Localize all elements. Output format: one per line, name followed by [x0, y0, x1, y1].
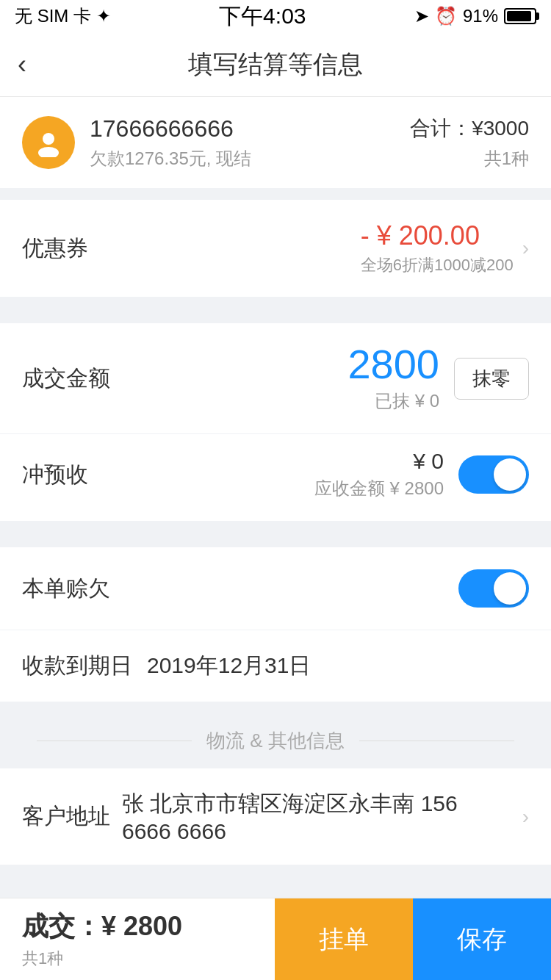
customer-right: 合计：¥3000 共1种 — [410, 115, 529, 170]
prepay-right: ¥ 0 应收金额 ¥ 2800 — [314, 449, 529, 500]
location-icon: ➤ — [414, 6, 429, 26]
nav-bar: ‹ 填写结算等信息 — [0, 32, 551, 97]
coupon-label: 优惠券 — [22, 234, 88, 264]
logistics-title: 物流 & 其他信息 — [206, 728, 345, 754]
coupon-block: - ¥ 200.00 全场6折满1000减200 — [361, 220, 514, 276]
logistics-line-right — [359, 741, 514, 741]
due-row: 收款到期日 2019年12月31日 — [0, 630, 551, 702]
customer-row: 17666666666 欠款1276.35元, 现结 合计：¥3000 共1种 — [0, 97, 551, 188]
hang-button[interactable]: 挂单 — [275, 898, 413, 981]
content: 17666666666 欠款1276.35元, 现结 合计：¥3000 共1种 … — [0, 97, 551, 980]
svg-point-1 — [38, 147, 59, 157]
logistics-header: 物流 & 其他信息 — [0, 713, 551, 768]
address-label: 客户地址 — [22, 801, 110, 832]
customer-total: 合计：¥3000 — [410, 115, 529, 143]
debt-toggle-knob — [494, 572, 526, 605]
prepay-value-block: ¥ 0 应收金额 ¥ 2800 — [314, 449, 444, 500]
customer-count: 共1种 — [410, 147, 529, 170]
debt-toggle[interactable] — [458, 569, 529, 608]
battery-icon — [504, 8, 536, 24]
bottom-summary: 成交：¥ 2800 共1种 — [0, 909, 275, 970]
bottom-deal-amount: ¥ 2800 — [101, 911, 182, 941]
status-bar: 无 SIM 卡 ✦ 下午4:03 ➤ ⏰ 91% — [0, 0, 551, 32]
prepay-row: 冲预收 ¥ 0 应收金额 ¥ 2800 — [0, 433, 551, 521]
info-section: 本单赊欠 收款到期日 2019年12月31日 — [0, 547, 551, 702]
debt-row: 本单赊欠 — [0, 547, 551, 630]
bottom-deal-label: 成交： — [22, 911, 101, 941]
status-time: 下午4:03 — [219, 1, 306, 32]
prepay-toggle[interactable] — [458, 455, 529, 494]
save-button[interactable]: 保存 — [413, 898, 551, 981]
svg-point-0 — [43, 133, 54, 145]
alarm-icon: ⏰ — [435, 6, 457, 26]
sim-label: 无 SIM 卡 ✦ — [15, 4, 111, 28]
prepay-label: 冲预收 — [22, 460, 88, 490]
battery-percent: 91% — [463, 6, 498, 26]
bottom-bar: 成交：¥ 2800 共1种 挂单 保存 — [0, 898, 551, 980]
bottom-deal: 成交：¥ 2800 — [22, 909, 253, 945]
page-title: 填写结算等信息 — [188, 48, 363, 82]
address-value: 张 北京市市辖区海淀区永丰南 156 6666 6666 — [122, 789, 511, 844]
address-chevron-icon: › — [522, 805, 529, 829]
toggle-knob — [494, 458, 526, 491]
amount-label: 成交金额 — [22, 364, 110, 394]
amount-value: 2800 — [347, 344, 439, 385]
coupon-row[interactable]: 优惠券 - ¥ 200.00 全场6折满1000减200 › — [0, 200, 551, 297]
coupon-desc: 全场6折满1000减200 — [361, 254, 514, 276]
coupon-right: - ¥ 200.00 全场6折满1000减200 › — [361, 220, 529, 276]
address-section[interactable]: 客户地址 张 北京市市辖区海淀区永丰南 156 6666 6666 › — [0, 768, 551, 865]
back-button[interactable]: ‹ — [18, 49, 26, 80]
prepay-amount: ¥ 0 — [314, 449, 444, 474]
divider2 — [0, 521, 551, 536]
debt-label: 本单赊欠 — [22, 574, 110, 604]
customer-phone: 17666666666 — [90, 115, 251, 143]
due-label: 收款到期日 — [22, 651, 132, 681]
amount-block: 2800 已抹 ¥ 0 — [347, 344, 439, 413]
round-button[interactable]: 抹零 — [454, 358, 529, 400]
prepay-receivable: 应收金额 ¥ 2800 — [314, 477, 444, 500]
customer-left: 17666666666 欠款1276.35元, 现结 — [22, 115, 251, 170]
amount-section: 成交金额 2800 已抹 ¥ 0 抹零 冲预收 ¥ 0 应收金额 ¥ 2800 — [0, 323, 551, 521]
status-right: ➤ ⏰ 91% — [414, 6, 536, 26]
address-row: 客户地址 张 北京市市辖区海淀区永丰南 156 6666 6666 › — [0, 768, 551, 865]
status-left: 无 SIM 卡 ✦ — [15, 4, 111, 28]
amount-erased: 已抹 ¥ 0 — [347, 389, 439, 413]
logistics-line-left — [37, 741, 192, 741]
amount-right: 2800 已抹 ¥ 0 抹零 — [347, 344, 529, 413]
customer-debt: 欠款1276.35元, 现结 — [90, 147, 251, 170]
customer-info: 17666666666 欠款1276.35元, 现结 — [90, 115, 251, 170]
divider — [0, 309, 551, 323]
avatar — [22, 116, 75, 169]
amount-row: 成交金额 2800 已抹 ¥ 0 抹零 — [0, 323, 551, 433]
due-date: 2019年12月31日 — [147, 651, 311, 681]
coupon-amount: - ¥ 200.00 — [361, 220, 514, 251]
bottom-count: 共1种 — [22, 948, 253, 970]
chevron-right-icon: › — [522, 237, 529, 260]
